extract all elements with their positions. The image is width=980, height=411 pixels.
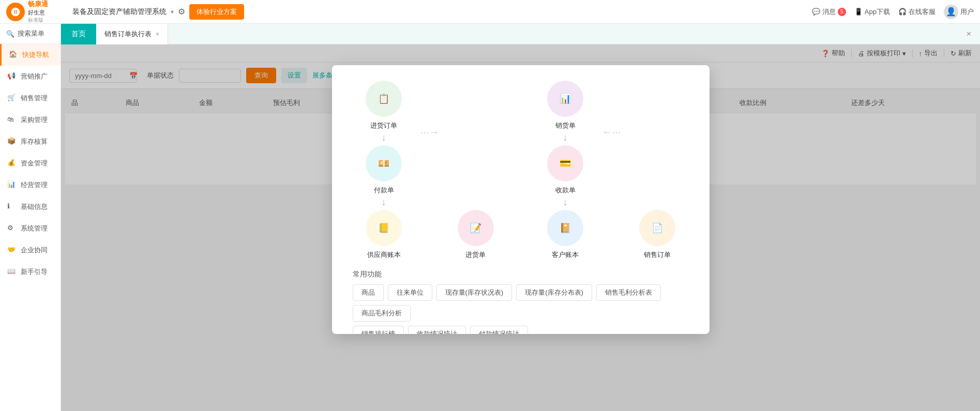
sales-order-col: 📄 销售订单 bbox=[626, 210, 688, 260]
sidebar-item-system[interactable]: ⚙ 系统管理 bbox=[0, 218, 61, 239]
trial-button[interactable]: 体验行业方案 bbox=[189, 4, 244, 20]
func-btn-receipt-stats[interactable]: 收款情况统计 bbox=[408, 326, 466, 334]
func-btn-sales-rank[interactable]: 销售排行榜 bbox=[353, 326, 404, 334]
sidebar-item-marketing[interactable]: 📢 营销推广 bbox=[0, 66, 61, 87]
avatar: 👤 bbox=[944, 5, 958, 19]
payment-icon: 💴 bbox=[366, 145, 402, 181]
logo-text: 畅康通 好生意 标准版 bbox=[28, 0, 48, 23]
supplier-account-label: 供应商账本 bbox=[367, 250, 401, 260]
settings-icon[interactable]: ⚙ bbox=[178, 7, 185, 17]
guide-icon: 📖 bbox=[7, 267, 17, 277]
search-menu[interactable]: 🔍 搜索菜单 bbox=[0, 24, 61, 44]
cart-icon: 🛒 bbox=[7, 94, 17, 103]
receipt-icon: 💳 bbox=[547, 145, 583, 181]
sidebar-item-finance[interactable]: 💰 资金管理 bbox=[0, 153, 61, 174]
purchase-bill-node[interactable]: 📝 进货单 bbox=[445, 210, 507, 260]
sales-bill-node[interactable]: 📊 销货单 bbox=[534, 81, 596, 130]
tab-sales-order[interactable]: 销售订单执行表 × bbox=[96, 24, 168, 44]
sidebar-item-quick-nav[interactable]: 🏠 快捷导航 bbox=[0, 44, 61, 66]
popup-overlay[interactable]: 📋 进货订单 ↓ 💴 bbox=[61, 44, 980, 411]
h-arrow-1: ···→ bbox=[420, 126, 440, 138]
logo-icon bbox=[6, 3, 25, 21]
func-btn-sales-profit[interactable]: 销售毛利分析表 bbox=[596, 284, 661, 301]
chart-icon: 📊 bbox=[7, 180, 17, 190]
svg-text:💳: 💳 bbox=[560, 158, 571, 169]
dropdown-arrow-icon[interactable]: ▾ bbox=[171, 8, 174, 16]
popup: 📋 进货订单 ↓ 💴 bbox=[332, 65, 710, 334]
bag-icon: 🛍 bbox=[7, 115, 17, 125]
sidebar: 🔍 搜索菜单 🏠 快捷导航 📢 营销推广 🛒 销售管理 🛍 采购管理 📦 bbox=[0, 24, 61, 411]
logo-area: 畅康通 好生意 标准版 bbox=[6, 0, 67, 23]
supplier-account-icon: 📒 bbox=[366, 210, 402, 246]
payment-node[interactable]: 💴 付款单 bbox=[353, 145, 415, 195]
flow-area: 📋 进货订单 ↓ 💴 bbox=[332, 65, 710, 270]
app-download-item[interactable]: 📱 App下载 bbox=[854, 7, 890, 17]
page-content: ❓ 帮助 🖨 按模板打印 ▾ ↑ 导出 bbox=[61, 44, 980, 411]
sales-bill-icon: 📊 bbox=[547, 81, 583, 117]
sidebar-item-sales[interactable]: 🛒 销售管理 bbox=[0, 87, 61, 109]
customer-account-label: 客户账本 bbox=[552, 250, 579, 260]
sidebar-item-purchase[interactable]: 🛍 采购管理 bbox=[0, 109, 61, 131]
online-service-item[interactable]: 🎧 在线客服 bbox=[898, 7, 936, 17]
enterprise-icon: 🤝 bbox=[7, 246, 17, 255]
tab-close-icon[interactable]: × bbox=[156, 31, 159, 38]
left-col: 📋 进货订单 ↓ 💴 bbox=[353, 81, 415, 260]
sidebar-item-guide[interactable]: 📖 新手引导 bbox=[0, 261, 61, 283]
svg-text:📔: 📔 bbox=[560, 222, 571, 234]
sales-order-icon: 📄 bbox=[639, 210, 675, 246]
h-arrow-2: ←··· bbox=[602, 126, 621, 138]
svg-text:💴: 💴 bbox=[378, 158, 390, 169]
purchase-order-label: 进货订单 bbox=[370, 121, 397, 130]
arrow-down-4: ↓ bbox=[563, 197, 568, 208]
common-title: 常用功能 bbox=[353, 270, 689, 279]
system-title-area: 装备及固定资产辅助管理系统 ▾ ⚙ 体验行业方案 bbox=[72, 4, 807, 20]
message-badge: 5 bbox=[838, 8, 846, 16]
sidebar-item-inventory[interactable]: 📦 库存核算 bbox=[0, 131, 61, 153]
headset-icon: 🎧 bbox=[898, 8, 907, 16]
payment-label: 付款单 bbox=[374, 186, 394, 195]
receipt-label: 收款单 bbox=[555, 186, 576, 195]
info-icon: ℹ bbox=[7, 202, 17, 211]
sales-bill-col: 📊 销货单 ↓ 💳 收款单 bbox=[534, 81, 596, 260]
customer-account-node[interactable]: 📔 客户账本 bbox=[534, 210, 596, 260]
user-avatar-area[interactable]: 👤 用户 bbox=[944, 5, 974, 19]
sales-order-node[interactable]: 📄 销售订单 bbox=[626, 210, 688, 260]
tab-close-right[interactable]: ✕ bbox=[958, 24, 980, 44]
supplier-account-node[interactable]: 📒 供应商账本 bbox=[353, 210, 415, 260]
arrow-down-3: ↓ bbox=[382, 197, 386, 208]
svg-text:📝: 📝 bbox=[470, 222, 482, 234]
box-icon: 📦 bbox=[7, 137, 17, 146]
phone-icon: 📱 bbox=[854, 8, 863, 16]
common-funcs-area: 常用功能 商品 往来单位 现存量(库存状况表) 现存量(库存分布表) 销售毛利分… bbox=[332, 270, 710, 334]
purchase-order-node[interactable]: 📋 进货订单 bbox=[353, 81, 415, 130]
message-icon: 💬 bbox=[812, 8, 820, 16]
tab-home[interactable]: 首页 bbox=[61, 24, 96, 44]
customer-account-icon: 📔 bbox=[547, 210, 583, 246]
func-btn-product-profit[interactable]: 商品毛利分析 bbox=[353, 305, 411, 322]
sidebar-item-enterprise[interactable]: 🤝 企业协同 bbox=[0, 239, 61, 261]
func-btns-row1: 商品 往来单位 现存量(库存状况表) 现存量(库存分布表) 销售毛利分析表 商品… bbox=[353, 284, 689, 322]
purchase-bill-icon: 📝 bbox=[458, 210, 494, 246]
message-item[interactable]: 💬 消息 5 bbox=[812, 7, 846, 17]
sales-bill-label: 销货单 bbox=[555, 121, 576, 130]
func-btn-stock-status[interactable]: 现存量(库存状况表) bbox=[436, 284, 512, 301]
tab-bar: 首页 销售订单执行表 × ✕ bbox=[61, 24, 980, 44]
wallet-icon: 💰 bbox=[7, 159, 17, 168]
arrow-down-2: ↓ bbox=[563, 132, 568, 143]
sidebar-item-operations[interactable]: 📊 经营管理 bbox=[0, 174, 61, 196]
gear-icon: ⚙ bbox=[7, 224, 17, 233]
func-btn-stock-dist[interactable]: 现存量(库存分布表) bbox=[516, 284, 592, 301]
func-btn-product[interactable]: 商品 bbox=[353, 284, 384, 301]
sales-order-label: 销售订单 bbox=[644, 250, 671, 260]
search-icon: 🔍 bbox=[6, 30, 14, 38]
megaphone-icon: 📢 bbox=[7, 72, 17, 81]
sidebar-item-base-info[interactable]: ℹ 基础信息 bbox=[0, 196, 61, 218]
svg-text:📋: 📋 bbox=[378, 93, 390, 104]
func-btn-payment-stats[interactable]: 付款情况统计 bbox=[470, 326, 528, 334]
receipt-node[interactable]: 💳 收款单 bbox=[534, 145, 596, 195]
top-right-area: 💬 消息 5 📱 App下载 🎧 在线客服 👤 用户 bbox=[812, 5, 974, 19]
arrow-down-1: ↓ bbox=[382, 132, 386, 143]
content-area: 首页 销售订单执行表 × ✕ ❓ 帮助 bbox=[61, 24, 980, 411]
func-btn-partner[interactable]: 往来单位 bbox=[388, 284, 432, 301]
home-icon: 🏠 bbox=[9, 50, 18, 59]
